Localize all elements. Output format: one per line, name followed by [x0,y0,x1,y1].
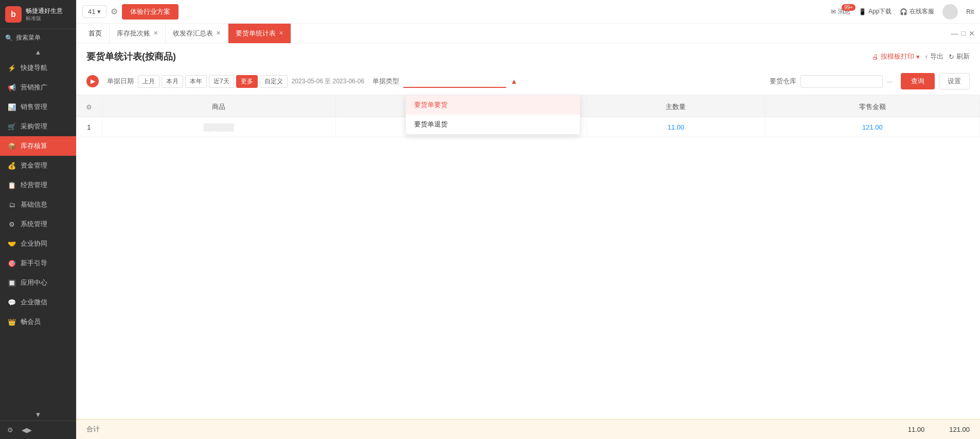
sidebar-item-finance[interactable]: 💰 资金管理 [0,156,76,175]
export-btn[interactable]: ↑ 导出 [925,52,944,61]
date-range-text: 2023-05-06 至 2023-06-06 [292,77,364,86]
date-more-btn[interactable]: 更多 [236,75,258,88]
close-tab-order-icon[interactable]: ✕ [279,30,283,36]
service-icon: 🎧 [900,8,907,15]
filter-bar: ▶ 单据日期 上月 本月 本年 近7天 更多 自定义 2023-05-06 至 … [76,68,980,95]
col-settings[interactable]: ⚙ [76,97,102,117]
collapse-icon[interactable]: ◀▶ [22,426,32,434]
topbar-right: ✉ 消息 99+ 📱 App下载 🎧 在线客服 Rit [831,4,974,20]
close-tab-inventory-batch-icon[interactable]: ✕ [153,30,158,36]
page-header: 要货单统计表(按商品) 🖨 按模板打印 ▾ ↑ 导出 ↻ 刷新 [76,43,980,68]
filter-actions: 查询 设置 [901,73,970,89]
table-footer: 合计 11.00 121.00 [76,419,980,439]
close-tab-receivable-icon[interactable]: ✕ [216,30,221,36]
query-btn[interactable]: 查询 [901,73,935,89]
topbar-left: 41 ▾ ⚙ 体验行业方案 [82,4,826,20]
trial-btn[interactable]: 体验行业方案 [122,4,179,20]
sidebar-item-basic[interactable]: 🗂 基础信息 [0,195,76,214]
date-custom-btn[interactable]: 自定义 [260,75,288,88]
tab-order-summary[interactable]: 要货单统计表 ✕ [228,24,291,43]
tab-inventory-batch[interactable]: 库存批次账 ✕ [110,24,166,43]
operation-icon: 📋 [7,180,16,190]
tab-receivable-summary[interactable]: 收发存汇总表 ✕ [166,24,228,43]
page-header-actions: 🖨 按模板打印 ▾ ↑ 导出 ↻ 刷新 [872,52,970,61]
type-filter-group: 单据类型 ▲ [372,75,518,88]
settings-filter-btn[interactable]: 设置 [939,73,970,89]
marketing-icon: 📢 [7,83,16,92]
sidebar-nav: ⚡ 快捷导航 📢 营销推广 📊 销售管理 🛒 采购管理 📦 库存核算 💰 资金管… [0,58,76,409]
table-area: ⚙ 商品 主计量单位 主数量 零售金额 1 ██ ████ 块 11.0 [76,97,980,419]
system-icon: ⚙ [7,220,16,229]
search-icon: 🔍 [5,34,13,42]
sidebar-item-operation[interactable]: 📋 经营管理 [0,175,76,195]
sidebar-item-quick-nav[interactable]: ⚡ 快捷导航 [0,58,76,78]
date-filter-group: 单据日期 上月 本月 本年 近7天 更多 自定义 2023-05-06 至 20… [107,75,364,88]
user-avatar[interactable] [942,4,958,20]
col-amount: 零售金额 [765,97,979,117]
col-gear-icon[interactable]: ⚙ [86,103,92,111]
print-template-btn[interactable]: 🖨 按模板打印 ▾ [872,52,920,61]
store-dropdown[interactable]: 41 ▾ [82,5,106,18]
col-quantity: 主数量 [586,97,765,117]
sidebar-item-app-center[interactable]: 🔲 应用中心 [0,273,76,292]
date-this-month-btn[interactable]: 本月 [162,75,183,88]
dropdown-arrow-icon: ▾ [97,8,101,15]
online-service-btn[interactable]: 🎧 在线客服 [900,7,934,16]
wechat-icon: 💬 [7,298,16,307]
footer-label: 合计 [86,425,100,434]
dropdown-order-return[interactable]: 要货单退货 [406,115,580,134]
filter-expand-btn[interactable]: ▶ [86,75,99,87]
tab-bar: 首页 库存批次账 ✕ 收发存汇总表 ✕ 要货单统计表 ✕ — □ ✕ [76,24,980,43]
warehouse-filter-input[interactable] [800,75,883,88]
row-amount[interactable]: 121.00 [765,117,979,137]
sidebar-item-wechat[interactable]: 💬 企业微信 [0,292,76,312]
settings-icon[interactable]: ⚙ [7,426,13,434]
purchase-icon: 🛒 [7,122,16,131]
tab-home[interactable]: 首页 [81,24,110,43]
sidebar-item-cooperation[interactable]: 🤝 企业协同 [0,234,76,253]
sidebar-item-guide[interactable]: 🎯 新手引导 [0,253,76,273]
sidebar-item-inventory[interactable]: 📦 库存核算 [0,136,76,156]
main-area: 41 ▾ ⚙ 体验行业方案 ✉ 消息 99+ 📱 App下载 🎧 在线客服 Ri… [76,0,980,439]
message-icon: ✉ [831,8,836,15]
warehouse-more-icon[interactable]: ··· [887,78,893,85]
app-download-icon: 📱 [859,8,866,15]
app-download-btn[interactable]: 📱 App下载 [859,7,892,16]
date-7days-btn[interactable]: 近7天 [209,75,234,88]
logo-text: 畅捷通好生意 标准版 [26,7,63,22]
close-window-btn[interactable]: ✕ [969,29,975,38]
footer-quantity: 11.00 [908,426,925,433]
row-quantity[interactable]: 11.00 [586,117,765,137]
user-name-text: Rit [966,8,974,15]
refresh-icon: ↻ [949,53,954,61]
sidebar-item-member[interactable]: 👑 畅会员 [0,312,76,332]
sidebar-item-purchase[interactable]: 🛒 采购管理 [0,117,76,136]
topbar-gear-icon[interactable]: ⚙ [111,7,118,16]
page-content: 要货单统计表(按商品) 🖨 按模板打印 ▾ ↑ 导出 ↻ 刷新 ▶ [76,43,980,439]
finance-icon: 💰 [7,161,16,170]
scroll-up-btn[interactable]: ▲ [0,46,76,58]
sidebar-bottom: ⚙ ◀▶ [0,420,76,439]
maximize-btn[interactable]: □ [961,29,966,38]
refresh-btn[interactable]: ↻ 刷新 [949,52,970,61]
date-last-month-btn[interactable]: 上月 [138,75,159,88]
dropdown-order-goods[interactable]: 要货单要货 [406,95,580,115]
sidebar-item-system[interactable]: ⚙ 系统管理 [0,214,76,234]
row-index: 1 [76,117,102,137]
scroll-down-btn[interactable]: ▼ [0,409,76,420]
message-btn[interactable]: ✉ 消息 99+ [831,7,850,16]
row-product: ██ ████ [102,117,336,137]
page-title: 要货单统计表(按商品) [86,50,176,63]
sidebar-item-marketing[interactable]: 📢 营销推广 [0,78,76,97]
print-arrow-icon: ▾ [916,53,920,61]
chevron-up-icon: ▲ [35,48,42,56]
minimize-btn[interactable]: — [951,29,958,38]
sales-icon: 📊 [7,102,16,112]
type-filter-input[interactable] [403,75,506,88]
type-filter-arrow-icon[interactable]: ▲ [510,77,518,85]
member-icon: 👑 [7,317,16,326]
sidebar-search[interactable]: 🔍 搜索菜单 [0,29,76,46]
logo-icon: b [5,6,22,23]
sidebar-item-sales[interactable]: 📊 销售管理 [0,97,76,117]
date-this-year-btn[interactable]: 本年 [185,75,207,88]
